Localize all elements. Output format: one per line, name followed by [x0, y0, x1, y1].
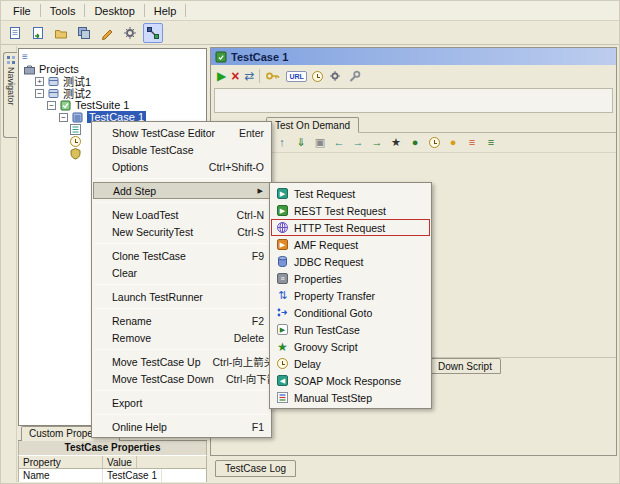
submenu-item-conditional-goto[interactable]: Conditional Goto [271, 304, 430, 321]
new-project-button[interactable] [5, 23, 25, 43]
navigator-options-icon[interactable]: ≡ [22, 52, 28, 62]
column-header-value[interactable]: Value [103, 456, 137, 468]
edit-pencil-button[interactable] [97, 23, 117, 43]
collapse-icon[interactable]: − [35, 89, 44, 98]
timer-icon[interactable] [312, 71, 323, 82]
delay-toolbar-icon[interactable] [426, 135, 442, 151]
collapse-icon[interactable]: − [47, 101, 56, 110]
submenu-item-test-request[interactable]: ▶ Test Request [271, 185, 430, 202]
menu-item-clone-testcase[interactable]: Clone TestCase F9 [93, 247, 270, 264]
move-step-up-icon[interactable]: ↑ [274, 135, 290, 151]
proxy-toggle-button[interactable] [143, 23, 163, 43]
step-right-icon[interactable]: → [350, 135, 366, 151]
save-all-button[interactable] [74, 23, 94, 43]
status-dot-icon[interactable]: ● [445, 135, 461, 151]
rest-test-request-icon: ▶ [276, 204, 289, 217]
submenu-item-run-testcase[interactable]: ▶ Run TestCase [271, 321, 430, 338]
submenu-item-soap-mock-response[interactable]: ◀ SOAP Mock Response [271, 372, 430, 389]
menu-item-new-securitytest[interactable]: New SecurityTest Ctrl-S [93, 223, 270, 240]
main-toolbar [1, 21, 619, 45]
column-header-property[interactable]: Property [19, 456, 103, 468]
expand-icon[interactable]: + [35, 77, 44, 86]
settings-gear-icon[interactable] [328, 69, 342, 83]
cancel-run-button[interactable]: × [231, 69, 239, 83]
preferences-icon [123, 26, 137, 40]
submenu-item-manual-teststep[interactable]: Manual TestStep [271, 389, 430, 406]
property-value-cell[interactable]: TestCase 1 [103, 469, 162, 482]
submenu-item-properties[interactable]: ≡ Properties [271, 270, 430, 287]
testcase-context-menu: Show TestCase Editor Enter Disable TestC… [91, 121, 272, 438]
menu-item-rename[interactable]: Rename F2 [93, 312, 270, 329]
tree-node-projects[interactable]: Projects [19, 63, 206, 75]
menu-item-shortcut: F1 [252, 421, 264, 433]
tree-node-testsuite[interactable]: − TestSuite 1 [19, 99, 206, 111]
collapse-icon[interactable]: − [59, 113, 68, 122]
menu-tools[interactable]: Tools [41, 3, 85, 19]
navigator-tab[interactable]: Navigator [3, 52, 17, 138]
menu-file[interactable]: File [4, 3, 40, 19]
step-left-icon[interactable]: ← [331, 135, 347, 151]
menu-item-clear[interactable]: Clear [93, 264, 270, 281]
menu-item-new-loadtest[interactable]: New LoadTest Ctrl-N [93, 206, 270, 223]
soap-mock-response-icon: ◀ [276, 374, 289, 387]
submenu-item-amf-request[interactable]: ▶ AMF Request [271, 236, 430, 253]
menu-item-label: Clone TestCase [112, 250, 240, 262]
run-testcase-button[interactable]: ▶ [217, 70, 226, 82]
menu-item-label: Clear [112, 267, 252, 279]
toolbar-separator [259, 69, 260, 83]
menu-item-label: Launch TestRunner [112, 291, 252, 303]
tree-node-project-2[interactable]: − 测试2 [19, 87, 206, 99]
run-from-step-icon[interactable]: → [369, 135, 385, 151]
menu-item-export[interactable]: Export [93, 394, 270, 411]
menu-item-move-testcase-up[interactable]: Move TestCase Up Ctrl-向上箭头 [93, 353, 270, 370]
menu-desktop[interactable]: Desktop [85, 3, 143, 19]
submenu-item-rest-test-request[interactable]: ▶ REST Test Request [271, 202, 430, 219]
open-folder-button[interactable] [51, 23, 71, 43]
submenu-item-jdbc-request[interactable]: JDBC Request [271, 253, 430, 270]
menu-item-show-testcase-editor[interactable]: Show TestCase Editor Enter [93, 124, 270, 141]
tab-test-on-demand[interactable]: Test On Demand [266, 117, 359, 133]
menu-item-shortcut: Ctrl+Shift-O [209, 161, 264, 173]
submenu-item-label: REST Test Request [294, 205, 424, 217]
import-project-button[interactable] [28, 23, 48, 43]
submenu-item-http-test-request[interactable]: HTTP Test Request [271, 219, 430, 236]
tab-testcase-log[interactable]: TestCase Log [215, 460, 296, 477]
script-list-icon[interactable]: ≡ [483, 135, 499, 151]
property-name-cell: Name [19, 469, 103, 482]
submenu-item-label: AMF Request [294, 239, 424, 251]
submenu-item-label: Run TestCase [294, 324, 424, 336]
menu-item-disable-testcase[interactable]: Disable TestCase [93, 141, 270, 158]
move-step-down-icon[interactable]: ⇓ [293, 135, 309, 151]
log-list-icon[interactable]: ≡ [464, 135, 480, 151]
menu-item-label: Export [112, 397, 252, 409]
groovy-script-icon: ★ [276, 340, 289, 353]
menu-item-label: Move TestCase Up [112, 356, 201, 368]
menu-item-online-help[interactable]: Online Help F1 [93, 418, 270, 435]
start-icon[interactable]: ● [407, 135, 423, 151]
wrench-icon[interactable] [347, 69, 361, 83]
auth-key-icon[interactable] [265, 69, 281, 83]
preferences-button[interactable] [120, 23, 140, 43]
import-project-icon [31, 26, 45, 40]
menu-item-move-testcase-down[interactable]: Move TestCase Down Ctrl-向下箭头 [93, 370, 270, 387]
submenu-item-delay[interactable]: Delay [271, 355, 430, 372]
menu-help[interactable]: Help [145, 3, 186, 19]
favorites-icon[interactable]: ★ [388, 135, 404, 151]
submenu-item-groovy-script[interactable]: ★ Groovy Script [271, 338, 430, 355]
teardown-script-tab[interactable]: Down Script [429, 358, 501, 374]
run-options-button[interactable]: ⇄ [244, 70, 254, 82]
menu-item-remove[interactable]: Remove Delete [93, 329, 270, 346]
submenu-arrow-icon: ▶ [258, 187, 263, 195]
menu-item-options[interactable]: Options Ctrl+Shift-O [93, 158, 270, 175]
menu-item-add-step[interactable]: Add Step ▶ [93, 182, 270, 199]
tree-node-project-1[interactable]: + 测试1 [19, 75, 206, 87]
menu-item-label: Online Help [112, 421, 240, 433]
menu-separator [95, 243, 268, 244]
testcase-window-titlebar[interactable]: TestCase 1 [211, 48, 616, 65]
clone-step-icon[interactable]: ▣ [312, 135, 328, 151]
submenu-item-property-transfer[interactable]: ⇅ Property Transfer [271, 287, 430, 304]
menu-item-launch-testrunner[interactable]: Launch TestRunner [93, 288, 270, 305]
table-row[interactable]: Name TestCase 1 [18, 469, 207, 482]
url-badge[interactable]: URL [286, 71, 306, 82]
proxy-icon [146, 26, 160, 40]
